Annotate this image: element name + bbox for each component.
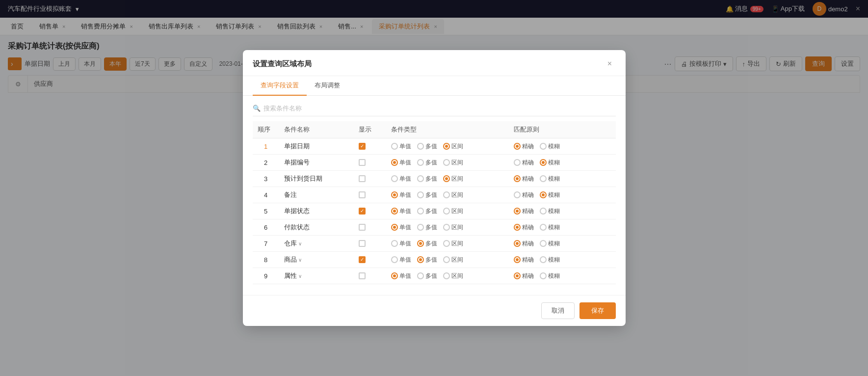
modal-tab-layout-label: 布局调整	[315, 81, 340, 89]
modal-tabs: 查询字段设置 布局调整	[243, 76, 626, 96]
modal-tab-query-fields[interactable]: 查询字段设置	[253, 76, 307, 96]
modal-body: 🔍 顺序 条件名称 显示 条件类型 匹配原则	[243, 96, 626, 97]
modal-overlay: 设置查询区域布局 × 查询字段设置 布局调整 🔍	[0, 0, 868, 97]
modal-title: 设置查询区域布局	[253, 59, 312, 69]
modal-close-btn[interactable]: ×	[604, 58, 616, 70]
modal-dialog: 设置查询区域布局 × 查询字段设置 布局调整 🔍	[243, 50, 626, 97]
modal-tab-query-fields-label: 查询字段设置	[261, 81, 299, 89]
modal-header: 设置查询区域布局 ×	[243, 50, 626, 76]
modal-tab-layout[interactable]: 布局调整	[307, 76, 348, 96]
